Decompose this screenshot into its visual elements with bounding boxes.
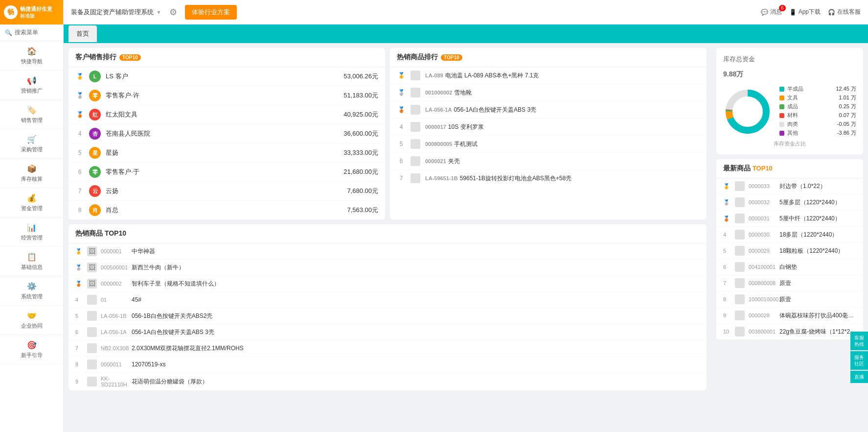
product-name: 新西兰牛肉（新牛）	[132, 264, 700, 272]
sidebar-item-system[interactable]: ⚙️系统管理	[0, 276, 63, 306]
app-download-btn[interactable]: 📱 App下载	[789, 8, 821, 16]
product-name: 原壹	[779, 295, 856, 304]
customer-ranking-table: 🥇 L LS 客户 53,006.26元 🥈 零 零售客户·许 51,183.0…	[69, 67, 385, 219]
legend-value: 1.01 万	[839, 94, 856, 101]
rank-num: 8	[723, 296, 731, 302]
legend-value: -3.86 万	[837, 129, 856, 137]
table-row: 🥈 001000002雪地靴	[390, 84, 707, 101]
selling-products-panel: 热销商品排行 TOP10 🥇 LA-089电池盖 LA-089 ABS本色+黑种…	[390, 48, 707, 219]
rank-num: 🥉	[75, 111, 84, 118]
customer-amount: 7,680.00元	[347, 187, 378, 195]
sidebar-item-operations[interactable]: 📊经营管理	[0, 217, 63, 247]
float-cs-item-1[interactable]: 服务社区	[850, 351, 868, 370]
rank-num: 🥇	[75, 73, 84, 80]
tab-home[interactable]: 首页	[69, 25, 97, 42]
middle-panels: 客户销售排行 TOP10 🥇 L LS 客户 53,006.26元 🥈 零 零售…	[64, 43, 711, 432]
product-code: 0000002	[101, 281, 128, 287]
customer-name: 零售客户·于	[106, 168, 339, 176]
float-cs-item-2[interactable]: 直播	[850, 371, 868, 383]
content-area: 客户销售排行 TOP10 🥇 L LS 客户 53,006.26元 🥈 零 零售…	[64, 43, 868, 432]
product-img	[411, 71, 420, 80]
sidebar-item-enterprise[interactable]: 🤝企业协同	[0, 306, 63, 335]
sidebar-item-label-guide: 新手引导	[21, 352, 43, 359]
sidebar-item-marketing[interactable]: 📢营销推广	[0, 71, 63, 100]
hot-products-header: 热销商品 TOP10	[69, 224, 707, 243]
experience-btn[interactable]: 体验行业方案	[185, 5, 237, 20]
product-name: 12070519-xs	[132, 361, 700, 368]
rank-num: 🥈	[75, 264, 83, 271]
sidebar-search[interactable]: 🔍 搜索菜单	[0, 24, 63, 41]
legend-label: 半成品	[787, 85, 833, 93]
online-service-btn[interactable]: 🎧 在线客服	[828, 8, 861, 16]
messages-btn[interactable]: 💬 消息 6	[761, 8, 782, 16]
customer-amount: 21,680.00元	[343, 168, 378, 176]
hot-products-table: 🥇 🖼 0000001 中华神器 🥈 🖼 000500001 新西兰牛肉（新牛）…	[69, 243, 707, 390]
product-name: 000800005手机测试	[425, 140, 700, 148]
table-row: 🥇 L LS 客户 53,006.26元	[69, 67, 385, 86]
settings-icon[interactable]: ⚙	[166, 5, 180, 19]
chevron-down-icon: ▼	[156, 9, 161, 15]
sidebar-item-finance[interactable]: 💰资金管理	[0, 188, 63, 217]
float-cs-item-0[interactable]: 客服热线	[850, 332, 868, 350]
hot-products-panel: 热销商品 TOP10 🥇 🖼 0000001 中华神器 🥈 🖼 00050000…	[69, 224, 707, 390]
rank-num: 5	[75, 313, 83, 319]
inventory-icon: 📦	[27, 164, 37, 173]
list-item: 4 0000030 18多层（1220*2440）	[716, 227, 863, 243]
right-panel: 库存总资金 9.88万	[711, 43, 868, 432]
selling-products-title: 热销商品排行	[397, 53, 438, 62]
product-name: 白钢垫	[779, 263, 856, 271]
system-icon: ⚙️	[27, 281, 37, 291]
guide-icon: 🎯	[27, 340, 37, 350]
customer-avatar: 肖	[89, 204, 101, 216]
product-code: 0000011	[101, 361, 128, 367]
sidebar: 畅 畅捷通好生意 标准版 🔍 搜索菜单 🏠快捷导航📢营销推广🏷️销售管理🛒采购管…	[0, 0, 64, 432]
legend-label: 其他	[787, 129, 834, 137]
sidebar-item-basic-info[interactable]: 📋基础信息	[0, 247, 63, 276]
sidebar-item-label-purchase: 采购管理	[21, 146, 43, 153]
product-code: NB2.0X30B	[101, 345, 128, 351]
logo-icon: 畅	[4, 5, 18, 19]
rank-num: 7	[397, 175, 406, 182]
sidebar-item-guide[interactable]: 🎯新手引导	[0, 335, 63, 364]
product-img: 🖼	[87, 246, 97, 256]
customer-avatar: 杏	[89, 128, 101, 140]
top-rankings: 客户销售排行 TOP10 🥇 L LS 客户 53,006.26元 🥈 零 零售…	[69, 48, 707, 219]
rank-num: 🥇	[397, 72, 406, 79]
rank-num: 10	[723, 329, 731, 335]
table-row: 🥉 红 红太阳文具 40,925.00元	[69, 105, 385, 124]
sidebar-logo: 畅 畅捷通好生意 标准版	[0, 0, 63, 24]
product-img	[411, 139, 420, 149]
sidebar-item-label-marketing: 营销推广	[21, 87, 43, 95]
list-item: 9 0000028 体碗荔枝味苏打饮品400毫升（1*15）	[716, 308, 863, 324]
product-name: 0000021夹壳	[425, 157, 700, 166]
topbar-title: 装备及固定资产辅助管理系统	[71, 8, 154, 17]
product-name: 45#	[132, 296, 700, 303]
legend-value: 12.45 万	[836, 85, 856, 93]
sidebar-item-sales[interactable]: 🏷️销售管理	[0, 100, 63, 129]
customer-name: 肖总	[106, 206, 342, 215]
table-row: 4 000001710S 变利罗浆	[390, 119, 707, 136]
customer-name: 星扬	[106, 148, 339, 157]
sidebar-item-purchase[interactable]: 🛒采购管理	[0, 129, 63, 159]
customer-avatar: 云	[89, 185, 101, 197]
table-row: 🥉 LA-056-1A056-1A白色按键开关盖ABS 3壳	[390, 101, 707, 119]
sales-icon: 🏷️	[27, 105, 37, 115]
product-img	[411, 88, 420, 97]
inventory-chart-area: 半成品 12.45 万 文具 1.01 万 成品 0.25 万 材料 0.07 …	[723, 85, 856, 138]
sidebar-item-label-finance: 资金管理	[21, 205, 43, 212]
legend-item: 成品 0.25 万	[779, 103, 856, 110]
nav-tabs: 首页	[64, 24, 868, 43]
product-code: 0000030	[749, 232, 776, 238]
customer-ranking-badge: TOP10	[119, 54, 141, 61]
legend-label: 材料	[787, 112, 836, 119]
product-name: 000001710S 变利罗浆	[425, 123, 700, 131]
list-item: 5 LA-056-1B 056-1B白色按键开关壳ABS2壳	[69, 308, 707, 324]
sidebar-item-quick-nav[interactable]: 🏠快捷导航	[0, 41, 63, 71]
sidebar-item-inventory[interactable]: 📦库存核算	[0, 159, 63, 188]
table-row: 7 LA-59651-1B59651-1B旋转投影灯电池盒ABS黑色+58壳	[390, 170, 707, 187]
search-icon: 🔍	[5, 29, 12, 36]
legend-color	[779, 122, 784, 127]
table-row: 6 0000021夹壳	[390, 153, 707, 170]
system-title-dropdown[interactable]: 装备及固定资产辅助管理系统 ▼	[71, 8, 161, 17]
new-products-header: 最新商品 TOP10	[716, 159, 863, 178]
